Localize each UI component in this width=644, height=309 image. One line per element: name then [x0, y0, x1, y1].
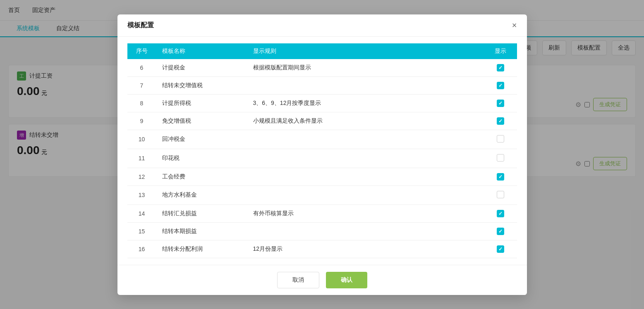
cell-id: 16: [127, 240, 156, 258]
modal-header: 模板配置 ×: [117, 14, 527, 37]
cell-rule: 有外币核算显示: [247, 204, 484, 222]
cell-id: 14: [127, 204, 156, 222]
modal-title: 模板配置: [127, 21, 154, 30]
table-row: 15结转本期损益: [127, 222, 517, 240]
cell-name: 印花税: [156, 149, 247, 168]
modal-footer: 取消 确认: [117, 265, 527, 295]
cell-name: 地方水利基金: [156, 185, 247, 204]
cell-name: 结转汇兑损益: [156, 204, 247, 222]
display-checkbox[interactable]: [497, 117, 504, 125]
cell-rule: 根据模版配置期间显示: [247, 59, 484, 77]
cell-display: [484, 185, 517, 204]
table-row: 12工会经费: [127, 168, 517, 185]
table-row: 14结转汇兑损益有外币核算显示: [127, 204, 517, 222]
cell-display: [484, 130, 517, 149]
cell-display: [484, 240, 517, 258]
cell-rule: [247, 76, 484, 94]
cell-name: 回冲税金: [156, 130, 247, 149]
display-checkbox[interactable]: [497, 135, 504, 143]
col-header-display: 显示: [484, 43, 517, 59]
cell-name: 免交增值税: [156, 112, 247, 130]
cell-id: 10: [127, 130, 156, 149]
col-header-name: 模板名称: [156, 43, 247, 59]
cell-id: 13: [127, 185, 156, 204]
table-row: 11印花税: [127, 149, 517, 168]
display-checkbox[interactable]: [497, 154, 504, 162]
table-row: 6计提税金根据模版配置期间显示: [127, 59, 517, 77]
cell-id: 7: [127, 76, 156, 94]
cell-rule: [247, 185, 484, 204]
display-checkbox[interactable]: [497, 100, 504, 107]
display-checkbox[interactable]: [497, 191, 504, 198]
cancel-button[interactable]: 取消: [277, 272, 319, 288]
cell-rule: 12月份显示: [247, 240, 484, 258]
display-checkbox[interactable]: [497, 64, 504, 71]
modal-body: 序号 模板名称 显示规则 显示 6计提税金根据模版配置期间显示7结转未交增值税8…: [117, 37, 527, 265]
cell-id: 6: [127, 59, 156, 77]
table-row: 8计提所得税3、6、9、12月按季度显示: [127, 94, 517, 112]
display-checkbox[interactable]: [497, 210, 504, 217]
cell-id: 15: [127, 222, 156, 240]
table-header-row: 序号 模板名称 显示规则 显示: [127, 43, 517, 59]
cell-rule: [247, 130, 484, 149]
cell-rule: [247, 168, 484, 185]
cell-rule: 小规模且满足收入条件显示: [247, 112, 484, 130]
col-header-rule: 显示规则: [247, 43, 484, 59]
display-checkbox[interactable]: [497, 173, 504, 181]
cell-rule: [247, 149, 484, 168]
cell-name: 结转未交增值税: [156, 76, 247, 94]
table-body: 6计提税金根据模版配置期间显示7结转未交增值税8计提所得税3、6、9、12月按季…: [127, 59, 517, 258]
cell-name: 工会经费: [156, 168, 247, 185]
table-row: 9免交增值税小规模且满足收入条件显示: [127, 112, 517, 130]
cell-display: [484, 204, 517, 222]
cell-name: 计提所得税: [156, 94, 247, 112]
cell-id: 9: [127, 112, 156, 130]
cell-display: [484, 76, 517, 94]
template-config-modal: 模板配置 × 序号 模板名称 显示规则 显示 6计提税金根据模版配置期间显示7结…: [117, 14, 527, 295]
cell-name: 结转本期损益: [156, 222, 247, 240]
table-row: 13地方水利基金: [127, 185, 517, 204]
cell-name: 结转未分配利润: [156, 240, 247, 258]
table-row: 7结转未交增值税: [127, 76, 517, 94]
confirm-button[interactable]: 确认: [326, 272, 367, 288]
cell-rule: [247, 222, 484, 240]
table-row: 10回冲税金: [127, 130, 517, 149]
cell-display: [484, 94, 517, 112]
cell-display: [484, 149, 517, 168]
modal-close-button[interactable]: ×: [512, 21, 517, 29]
display-checkbox[interactable]: [497, 245, 504, 253]
display-checkbox[interactable]: [497, 228, 504, 235]
display-checkbox[interactable]: [497, 82, 504, 89]
cell-display: [484, 112, 517, 130]
cell-display: [484, 222, 517, 240]
cell-display: [484, 168, 517, 185]
config-table: 序号 模板名称 显示规则 显示 6计提税金根据模版配置期间显示7结转未交增值税8…: [127, 43, 517, 258]
cell-rule: 3、6、9、12月按季度显示: [247, 94, 484, 112]
cell-id: 11: [127, 149, 156, 168]
cell-display: [484, 59, 517, 77]
cell-id: 12: [127, 168, 156, 185]
modal-overlay: 模板配置 × 序号 模板名称 显示规则 显示 6计提税金根据模版配置期间显示7结…: [0, 0, 644, 309]
col-header-id: 序号: [127, 43, 156, 59]
cell-name: 计提税金: [156, 59, 247, 77]
table-container: 序号 模板名称 显示规则 显示 6计提税金根据模版配置期间显示7结转未交增值税8…: [127, 43, 517, 258]
table-row: 16结转未分配利润12月份显示: [127, 240, 517, 258]
cell-id: 8: [127, 94, 156, 112]
